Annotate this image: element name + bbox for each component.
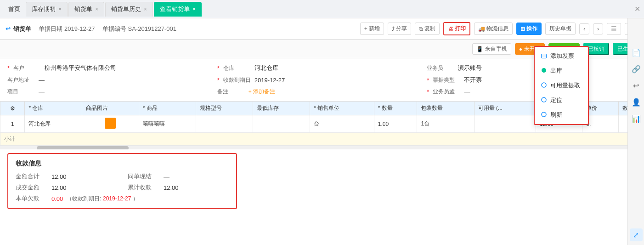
transaction-label: 成交金额 (16, 183, 48, 192)
form-customer-row: * 客户 柳州粤港平安气体有限公司 (7, 64, 217, 72)
form-project-row: 项目 — (7, 88, 217, 96)
close-tab-history[interactable]: × (144, 6, 147, 12)
same-order-label: 同单现结 (128, 172, 160, 181)
col-spec: 规格型号 (196, 102, 253, 115)
operate-icon: ⊞ (520, 26, 525, 32)
row-seq: 1 (0, 115, 25, 133)
outbound-icon (541, 68, 547, 74)
tab-check-sales[interactable]: 查看销货单 × (154, 2, 202, 17)
staff-label: 业务员 (427, 64, 454, 72)
doc-icon: ↩ (6, 25, 11, 32)
subtotal-label: 小计 (0, 133, 644, 146)
operate-button[interactable]: ⊞ 操作 (516, 23, 542, 35)
product-image (105, 118, 116, 129)
form-note-row: 备注 + 添加备注 (217, 88, 427, 96)
col-qty: * 数量 (374, 102, 417, 115)
date-value: 2019-12-27 (64, 25, 95, 32)
form-tickettype-row: * 票据类型 不开票 (427, 76, 637, 84)
sidebar-chart-icon[interactable]: 📊 (630, 112, 643, 125)
operate-dropdown: 添加发票 出库 可用量提取 定位 (534, 46, 589, 125)
window-close-button[interactable]: ✕ (634, 5, 640, 13)
copy-button[interactable]: ⧉ 复制 (415, 23, 440, 35)
phone-icon: 📱 (476, 46, 483, 52)
new-button[interactable]: + 新增 (360, 23, 384, 35)
grid-view-button[interactable]: ☰ (607, 23, 621, 35)
row-qty: 1.00 (374, 115, 417, 133)
tab-inventory-init[interactable]: 库存期初 × (26, 2, 68, 17)
tab-sales-order[interactable]: 销货单 × (68, 2, 104, 17)
dropdown-refresh[interactable]: 刷新 (535, 108, 588, 122)
staff2-label: 业务员孟 (433, 88, 460, 96)
svg-point-3 (542, 112, 546, 117)
plus-icon: + (249, 88, 252, 95)
logistics-button[interactable]: 🚚 物流信息 (474, 23, 513, 35)
form-staff-row: 业务员 演示账号 (427, 64, 637, 72)
tab-sales-history[interactable]: 销货单历史 × (105, 2, 153, 17)
current-due-label: 本单欠款 (16, 194, 48, 203)
logistics-icon: 🚚 (478, 26, 485, 32)
same-order-item: 同单现结 — (128, 172, 229, 181)
sidebar-doc-icon[interactable]: 📄 (630, 46, 643, 59)
customer-label: 客户 (13, 64, 41, 72)
from-phone-button[interactable]: 📱 来自手机 (472, 43, 511, 55)
main-toolbar: ↩ 销货单 单据日期 2019-12-27 单据编号 SA-20191227-0… (0, 18, 644, 40)
print-icon: 🖨 (448, 26, 453, 32)
same-order-value: — (164, 173, 169, 180)
customer-value: 柳州粤港平安气体有限公司 (45, 64, 116, 72)
copy-icon: ⧉ (419, 26, 423, 32)
address-value: — (39, 77, 45, 84)
due-date-value: 2019-12-27 (103, 195, 131, 202)
right-sidebar: 📄 🔗 ↩ 👤 📊 ⤢ (627, 18, 644, 245)
form-address-row: 客户地址 — (7, 76, 217, 84)
meta-docno: 单据编号 SA-20191227-001 (102, 25, 177, 33)
invoice-icon (541, 54, 547, 58)
tab-bar: 首页 库存期初 × 销货单 × 销货单历史 × 查看销货单 × ✕ (0, 0, 644, 18)
history-button[interactable]: 历史单据 (545, 23, 576, 35)
sidebar-back-icon[interactable]: ↩ (630, 79, 643, 92)
dropdown-avail-qty[interactable]: 可用量提取 (535, 78, 588, 93)
cumulative-value: 12.00 (164, 184, 179, 191)
tab-home[interactable]: 首页 (4, 5, 25, 13)
payment-grid: 金额合计 12.00 同单现结 — 成交金额 12.00 累计收款 12.00 (16, 172, 229, 203)
doc-title: ↩ 销货单 (6, 25, 31, 33)
col-unit: * 销售单位 (310, 102, 374, 115)
total-amount-value: 12.00 (51, 173, 67, 180)
warehouse-label: 仓库 (223, 64, 251, 72)
svg-point-1 (542, 83, 546, 87)
form-paydate-row: * 收款到期日 2019-12-27 (217, 76, 427, 84)
close-tab-inventory[interactable]: × (58, 6, 62, 12)
note-label: 备注 (217, 88, 245, 96)
subtotal-row: 小计 (0, 133, 644, 146)
total-amount-label: 金额合计 (16, 172, 48, 181)
col-min-stock: 最低库存 (253, 102, 310, 115)
ticket-icon: ● (519, 46, 522, 52)
payment-box: 收款信息 金额合计 12.00 同单现结 — 成交金额 12.00 累计收款 1… (7, 153, 237, 209)
svg-point-0 (542, 68, 546, 73)
staff2-value: — (464, 88, 470, 95)
project-label: 项目 (7, 88, 35, 96)
sidebar-expand-icon[interactable]: ⤢ (630, 228, 643, 241)
total-amount-item: 金额合计 12.00 (16, 172, 117, 181)
current-due-value: 0.00 (51, 195, 63, 202)
form-warehouse-row: * 仓库 河北仓库 (217, 64, 427, 72)
dropdown-add-invoice[interactable]: 添加发票 (535, 49, 588, 63)
dropdown-outbound[interactable]: 出库 (535, 63, 588, 78)
row-avail (474, 115, 536, 133)
locate-icon (541, 97, 547, 104)
prev-button[interactable]: ‹ (579, 23, 589, 34)
share-icon: ⤴ (392, 26, 395, 32)
share-button[interactable]: ⤴ 分享 (388, 23, 411, 35)
col-avail: 可用量 (... (474, 102, 536, 115)
add-note-button[interactable]: + 添加备注 (249, 88, 275, 96)
next-button[interactable]: › (593, 23, 603, 34)
print-button[interactable]: 🖨 打印 (443, 22, 470, 35)
payment-title: 收款信息 (16, 160, 229, 168)
transaction-item: 成交金额 12.00 (16, 183, 117, 192)
close-tab-check[interactable]: × (192, 6, 196, 12)
sidebar-link-icon[interactable]: 🔗 (630, 63, 643, 75)
row-unit: 台 (310, 115, 374, 133)
dropdown-locate[interactable]: 定位 (535, 93, 588, 108)
close-tab-sales[interactable]: × (95, 6, 98, 12)
sidebar-user-icon[interactable]: 👤 (630, 96, 643, 108)
row-min-stock (253, 115, 310, 133)
